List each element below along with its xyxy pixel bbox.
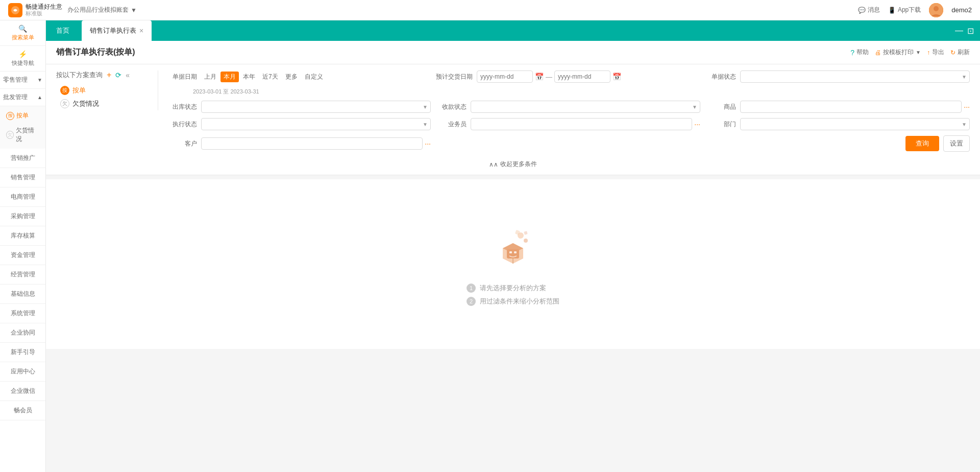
message-icon: 💬 (858, 7, 866, 14)
print-icon: 🖨 (875, 49, 881, 56)
expected-date-to-calendar-icon[interactable]: 📅 (612, 73, 621, 81)
delivery-status-select[interactable] (201, 101, 431, 113)
print-chevron-icon: ▼ (916, 50, 921, 55)
sidebar-item-member[interactable]: 畅会员 (0, 401, 45, 420)
filter-department-item: 部门 ▼ (705, 118, 970, 130)
filter-exec-status-item: 执行状态 ▼ (166, 118, 431, 130)
product-input[interactable] (740, 101, 962, 113)
help-button[interactable]: ? 帮助 (850, 48, 869, 57)
sidebar-search[interactable]: 🔍 搜索菜单 (0, 20, 45, 46)
date-tab-last-month[interactable]: 上月 (201, 72, 219, 82)
user-name[interactable]: demo2 (951, 6, 972, 14)
quick-nav-icon: ⚡ (3, 50, 42, 58)
sidebar-sub-item-欠货情况[interactable]: 欠 欠货情况 (0, 123, 45, 147)
svg-point-7 (524, 239, 528, 243)
date-tab-more[interactable]: 更多 (282, 72, 301, 82)
exec-status-label: 执行状态 (166, 120, 197, 129)
payment-status-select-wrap: ▼ (471, 101, 700, 113)
app-download-action[interactable]: 📱 App下载 (888, 6, 921, 14)
app-container: 畅捷通好生意 标准版 办公用品行业模拟账套 ▼ 💬 消息 📱 App下载 (0, 0, 980, 472)
customer-more-icon[interactable]: ··· (425, 139, 431, 148)
scheme-item-欠货情况[interactable]: 欠 欠货情况 (56, 97, 150, 110)
sidebar-sub-item-按单[interactable]: 按 按单 (0, 108, 45, 123)
wholesale-submenu: 按 按单 欠 欠货情况 (0, 106, 45, 149)
sidebar-item-enterprise[interactable]: 企业协同 (0, 323, 45, 343)
scheme-collapse-icon[interactable]: « (126, 71, 130, 79)
date-tab-this-year[interactable]: 本年 (240, 72, 258, 82)
date-tab-this-month[interactable]: 本月 (220, 72, 239, 82)
tab-maximize-icon[interactable]: ⊡ (967, 26, 974, 36)
tab-close-icon[interactable]: × (139, 27, 143, 35)
wholesale-chevron-icon: ▲ (37, 95, 42, 100)
sidebar-item-marketing[interactable]: 营销推广 (0, 149, 45, 168)
filter-customer-item: 客户 ··· (166, 135, 431, 152)
search-icon: 🔍 (3, 25, 42, 33)
sidebar-item-finance[interactable]: 资金管理 (0, 246, 45, 265)
tab-home[interactable]: 首页 (46, 20, 80, 41)
filter-expected-date-item: 预计交货日期 📅 — 📅 (436, 70, 700, 83)
delivery-status-select-wrap: ▼ (201, 101, 431, 113)
department-label: 部门 (705, 120, 736, 129)
settings-button[interactable]: 设置 (943, 135, 970, 152)
salesperson-label: 业务员 (436, 120, 467, 129)
print-button[interactable]: 🖨 按模板打印 ▼ (875, 48, 921, 57)
collapse-button[interactable]: ∧∧ 收起更多条件 (489, 160, 537, 169)
retail-chevron-icon: ▼ (37, 77, 42, 83)
customer-label: 客户 (166, 139, 197, 148)
date-tab-custom[interactable]: 自定义 (302, 72, 326, 82)
scheme-add-icon[interactable]: + (107, 70, 111, 80)
search-button[interactable]: 查询 (905, 136, 939, 151)
expected-date-from-calendar-icon[interactable]: 📅 (535, 73, 544, 81)
department-select[interactable] (740, 118, 970, 130)
user-avatar (929, 3, 943, 17)
customer-control: ··· (201, 137, 431, 150)
filter-order-status-item: 单据状态 ▼ (705, 70, 970, 83)
expected-date-label: 预计交货日期 (436, 73, 473, 81)
payment-status-label: 收款状态 (436, 103, 467, 111)
sidebar-item-sales[interactable]: 销售管理 (0, 168, 45, 187)
sidebar-item-ecommerce[interactable]: 电商管理 (0, 187, 45, 207)
sidebar-item-inventory[interactable]: 库存核算 (0, 226, 45, 246)
sidebar-item-newbie[interactable]: 新手引导 (0, 343, 45, 362)
exec-status-select[interactable] (201, 118, 431, 130)
filter-right: 单据日期 上月 本月 本年 近7天 更多 自定义 (158, 70, 970, 156)
product-more-icon[interactable]: ··· (964, 103, 970, 111)
date-tabs: 上月 本月 本年 近7天 更多 自定义 (201, 72, 326, 82)
sidebar-item-system[interactable]: 系统管理 (0, 304, 45, 323)
tab-sales-order[interactable]: 销售订单执行表 × (82, 20, 152, 41)
sidebar-item-wholesale[interactable]: 批发管理 ▲ (0, 89, 45, 106)
customer-input[interactable] (201, 137, 423, 150)
breadcrumb-selector[interactable]: 办公用品行业模拟账套 ▼ (67, 6, 137, 14)
sidebar-item-basic[interactable]: 基础信息 (0, 285, 45, 304)
svg-rect-11 (509, 251, 512, 253)
svg-rect-9 (524, 231, 527, 234)
sidebar-item-appstore[interactable]: 应用中心 (0, 362, 45, 382)
sidebar-quick-nav[interactable]: ⚡ 快捷导航 (0, 46, 45, 72)
order-status-select-wrap: ▼ (740, 70, 970, 83)
salesperson-more-icon[interactable]: ··· (694, 120, 700, 128)
refresh-button[interactable]: ↻ 刷新 (950, 48, 970, 57)
logo-icon (8, 3, 22, 17)
top-bar-left: 畅捷通好生意 标准版 办公用品行业模拟账套 ▼ (8, 3, 137, 17)
payment-status-select[interactable] (471, 101, 700, 113)
date-control: 上月 本月 本年 近7天 更多 自定义 (201, 72, 431, 82)
filter-product-item: 商品 ··· (705, 101, 970, 113)
salesperson-input[interactable] (471, 118, 692, 130)
collapse-icon: ∧∧ (489, 161, 498, 168)
order-status-select[interactable] (740, 70, 970, 83)
sidebar-item-wechat[interactable]: 企业微信 (0, 382, 45, 401)
expected-date-to-input[interactable] (554, 70, 610, 83)
export-button[interactable]: ↑ 导出 (927, 48, 944, 57)
refresh-icon: ↻ (950, 49, 955, 56)
scheme-item-按单[interactable]: 按 按单 (56, 84, 150, 97)
message-action[interactable]: 💬 消息 (858, 6, 880, 14)
scheme-refresh-icon[interactable]: ⟳ (115, 71, 121, 79)
sidebar-item-operation[interactable]: 经营管理 (0, 265, 45, 285)
expected-date-from-input[interactable] (477, 70, 533, 83)
date-tab-7days[interactable]: 近7天 (259, 72, 281, 82)
tab-minimize-icon[interactable]: — (955, 26, 963, 35)
sidebar-item-retail[interactable]: 零售管理 ▼ (0, 72, 45, 89)
empty-step-1: 1 请先选择要分析的方案 (467, 281, 559, 295)
content-area: 首页 销售订单执行表 × — ⊡ 销售订单执行表(按单) (46, 20, 980, 472)
sidebar-item-purchase[interactable]: 采购管理 (0, 207, 45, 226)
